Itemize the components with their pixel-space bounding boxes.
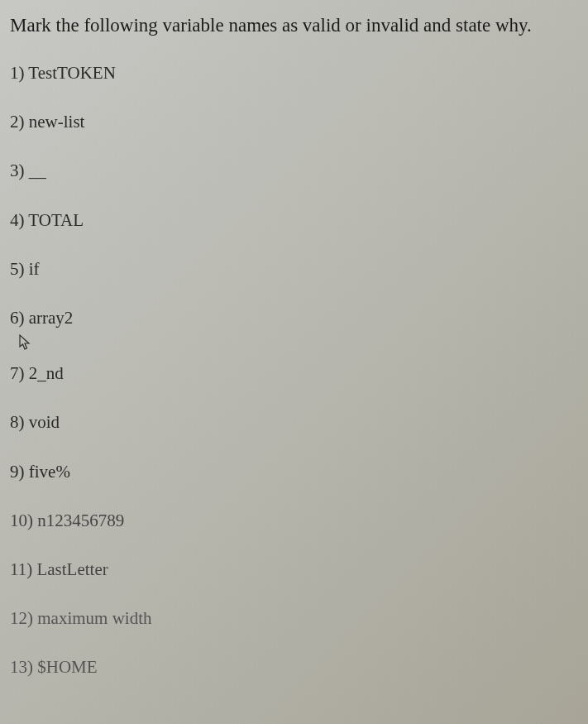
list-item-13: 13) $HOME [10,657,578,678]
list-item-8: 8) void [10,412,578,433]
question-heading: Mark the following variable names as val… [10,15,578,36]
list-item-7: 7) 2_nd [10,363,578,384]
list-item-11: 11) LastLetter [10,559,578,580]
list-item-6: 6) array2 [10,308,578,328]
list-item-1: 1) TestTOKEN [10,63,578,84]
list-item-9: 9) five% [10,462,578,482]
cursor-pointer-icon [18,333,578,355]
list-item-10: 10) n123456789 [10,511,578,531]
list-item-5: 5) if [10,259,578,280]
list-item-4: 4) TOTAL [10,210,578,231]
list-item-2: 2) new-list [10,112,578,132]
list-item-3: 3) __ [10,161,578,181]
list-item-12: 12) maximum width [10,608,578,629]
